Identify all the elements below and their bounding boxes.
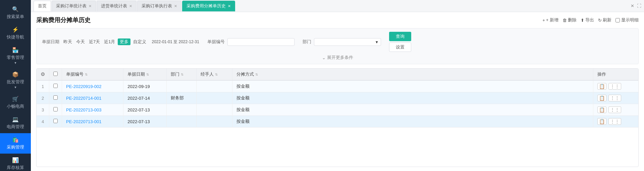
export-label: 导出	[585, 17, 594, 23]
sidebar-item-wholesale[interactable]: 📦 批发管理 ▼	[0, 68, 31, 92]
refresh-button[interactable]: ↻ 刷新	[598, 17, 611, 23]
shortcut-7days[interactable]: 近7天	[88, 38, 101, 45]
row-checkbox-1[interactable]	[53, 95, 58, 100]
row-num-cell: 1	[37, 80, 49, 92]
sort-order-date[interactable]: 单据日期 ⇅	[127, 71, 162, 77]
sort-handler[interactable]: 经手人 ⇅	[201, 71, 228, 77]
order-no-input[interactable]	[227, 38, 294, 46]
dept-label: 部门	[303, 39, 311, 45]
row-handler	[197, 80, 232, 92]
more-icon[interactable]: ⋮⋮	[608, 118, 621, 125]
action-cell: 📋 ⋮⋮	[597, 83, 634, 90]
row-dept	[166, 116, 197, 127]
sidebar-item-ecom-small[interactable]: 🛒 小畅电商	[0, 92, 31, 113]
sort-split-method[interactable]: 分摊方式 ⇅	[236, 71, 589, 77]
show-columns-toggle[interactable]: 显示明细	[615, 17, 639, 23]
table-row: 3 PE-20220713-003 2022-07-13 按金额 📋 ⋮⋮	[37, 104, 638, 116]
th-order-date: 单据日期 ⇅	[123, 69, 166, 80]
tab-label-home: 首页	[38, 3, 47, 9]
refresh-label: 刷新	[603, 17, 611, 23]
chevron-icon: ▼	[14, 86, 17, 89]
row-checkbox-3[interactable]	[53, 119, 58, 123]
edit-icon[interactable]: 📋	[597, 118, 606, 125]
row-checkbox-cell[interactable]	[49, 80, 62, 92]
th-settings[interactable]: ⚙	[37, 69, 49, 80]
filter-row-2: ⌄ 展开更多条件	[42, 55, 633, 61]
more-icon[interactable]: ⋮⋮	[608, 106, 621, 113]
sort-dept[interactable]: 部门 ⇅	[171, 71, 193, 77]
row-checkbox-cell[interactable]	[49, 104, 62, 116]
row-split-method: 按金额	[232, 104, 593, 116]
add-label: + 新增	[546, 17, 558, 23]
select-all-checkbox[interactable]	[53, 72, 58, 76]
row-handler	[197, 116, 232, 127]
sidebar-icon-ecom: 💻	[12, 116, 19, 122]
row-order-date: 2022-07-13	[123, 116, 166, 127]
shortcut-yesterday[interactable]: 昨天	[62, 38, 73, 45]
date-shortcuts: 昨天 今天 近7天 近1月 更多 自定义	[62, 38, 148, 45]
more-icon[interactable]: ⋮⋮	[608, 83, 621, 90]
edit-icon[interactable]: 📋	[597, 83, 606, 90]
sort-order-no[interactable]: 单据编号 ⇅	[66, 71, 119, 77]
show-columns-checkbox[interactable]	[615, 18, 620, 22]
close-window-icon[interactable]: ✕	[631, 3, 634, 8]
add-button[interactable]: + + 新增	[542, 17, 558, 23]
action-cell: 📋 ⋮⋮	[597, 95, 634, 101]
maximize-icon[interactable]: ⛶	[637, 3, 641, 8]
order-no-link[interactable]: PE-20220919-002	[66, 84, 102, 89]
sidebar-item-purchase[interactable]: 🛍️ 采购管理	[0, 133, 31, 154]
tab-purchase-order-stats[interactable]: 采购订单统计表✕	[52, 1, 96, 11]
sort-icon-order-date: ⇅	[146, 73, 149, 76]
shortcut-more[interactable]: 更多	[118, 38, 130, 45]
row-checkbox-0[interactable]	[53, 84, 58, 88]
page-area: 采购费用分摊单历史 + + 新增 🗑 删除 ⬆ 导出 ↻ 刷新	[31, 12, 644, 171]
sidebar-item-quick[interactable]: ⚡ 快捷导航	[0, 23, 31, 44]
chevron-down-icon: ▾	[376, 39, 378, 45]
order-no-link[interactable]: PE-20220714-001	[66, 96, 102, 101]
settings-button[interactable]: 设置	[389, 42, 411, 52]
filter-row-1: 单据日期 昨天 今天 近7天 近1月 更多 自定义 2022-01-01 至 2…	[42, 32, 633, 52]
dept-select[interactable]: ▾	[314, 38, 381, 46]
sort-icon-order-no: ⇅	[85, 73, 88, 76]
shortcut-1month[interactable]: 近1月	[103, 38, 116, 45]
th-split-method: 分摊方式 ⇅	[232, 69, 593, 80]
sidebar-item-ecom[interactable]: 💻 电商管理	[0, 113, 31, 133]
more-icon[interactable]: ⋮⋮	[608, 95, 621, 101]
sort-icon-handler: ⇅	[215, 73, 218, 76]
row-checkbox-cell[interactable]	[49, 116, 62, 127]
sidebar: 🔍 搜索菜单 ⚡ 快捷导航 🏪 零售管理 ▼ 📦 批发管理 ▼ 🛒 小畅电商 💻…	[0, 0, 31, 171]
order-no-label: 单据编号	[207, 39, 225, 45]
sidebar-item-retail[interactable]: 🏪 零售管理 ▼	[0, 44, 31, 68]
close-tab-icon-purchase-order-stats[interactable]: ✕	[89, 4, 92, 8]
sidebar-label-wholesale: 批发管理	[7, 79, 24, 85]
close-tab-icon-purchase-fee-split[interactable]: ✕	[228, 4, 231, 8]
delete-button[interactable]: 🗑 删除	[562, 17, 577, 23]
tab-purchase-fee-split[interactable]: 采购费用分摊单历史✕	[182, 1, 235, 11]
close-tab-icon-incoming-stats[interactable]: ✕	[129, 4, 132, 8]
tab-incoming-stats[interactable]: 进货单统计表✕	[97, 1, 137, 11]
sidebar-label-quick: 快捷导航	[7, 34, 24, 40]
export-button[interactable]: ⬆ 导出	[581, 17, 594, 23]
shortcut-custom[interactable]: 自定义	[132, 38, 148, 45]
row-checkbox-2[interactable]	[53, 107, 58, 111]
row-order-date: 2022-07-14	[123, 92, 166, 104]
order-no-link[interactable]: PE-20220713-001	[66, 119, 102, 124]
shortcut-today[interactable]: 今天	[75, 38, 86, 45]
export-icon: ⬆	[581, 18, 584, 23]
sidebar-label-inventory: 库存核算	[7, 165, 24, 171]
tab-home[interactable]: 首页	[34, 1, 51, 11]
expand-more-button[interactable]: ⌄ 展开更多条件	[322, 55, 353, 61]
query-button[interactable]: 查询	[389, 32, 411, 41]
sidebar-item-search[interactable]: 🔍 搜索菜单	[0, 3, 31, 23]
edit-icon[interactable]: 📋	[597, 95, 606, 101]
page-title: 采购费用分摊单历史	[36, 16, 91, 24]
close-tab-icon-purchase-order-exec[interactable]: ✕	[174, 4, 177, 8]
th-checkbox[interactable]	[49, 69, 62, 80]
order-no-link[interactable]: PE-20220713-003	[66, 107, 102, 112]
row-checkbox-cell[interactable]	[49, 92, 62, 104]
sidebar-item-inventory[interactable]: 📊 库存核算	[0, 154, 31, 171]
gear-icon[interactable]: ⚙	[41, 71, 45, 77]
tab-purchase-order-exec[interactable]: 采购订单执行表✕	[137, 1, 181, 11]
edit-icon[interactable]: 📋	[597, 106, 606, 113]
th-dept: 部门 ⇅	[166, 69, 197, 80]
